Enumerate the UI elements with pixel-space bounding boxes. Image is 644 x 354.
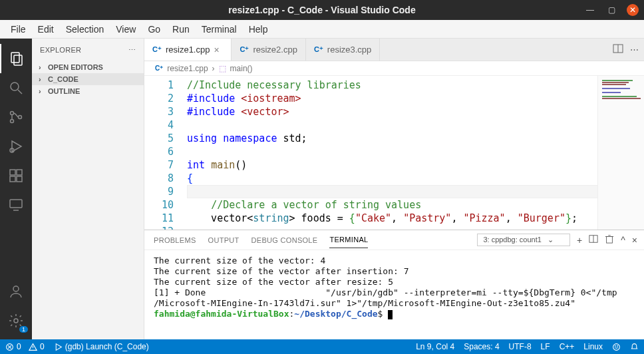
chevron-right-icon: › [212, 64, 215, 73]
source-control-icon[interactable] [0, 102, 32, 132]
bottom-panel: PROBLEMS OUTPUT DEBUG CONSOLE TERMINAL 3… [144, 230, 644, 339]
chevron-right-icon: › [39, 63, 45, 71]
method-icon: ⬚ [219, 64, 226, 73]
terminal-output[interactable]: The current size of the vector: 4The cur… [144, 250, 644, 339]
window-title: resize1.cpp - C_Code - Visual Studio Cod… [228, 5, 415, 15]
tab-resize2[interactable]: C⁺ resize2.cpp [232, 39, 305, 61]
status-encoding[interactable]: UTF-8 [509, 342, 532, 351]
window-controls: — ▢ ✕ [584, 4, 639, 16]
code-content[interactable]: //Include necessary libraries#include <i… [183, 76, 644, 230]
chevron-right-icon: › [39, 75, 45, 83]
sidebar-title: EXPLORER [40, 46, 81, 54]
account-icon[interactable] [0, 277, 32, 306]
notifications-icon[interactable] [630, 343, 639, 351]
panel-tab-debug-console[interactable]: DEBUG CONSOLE [251, 232, 318, 248]
status-lncol[interactable]: Ln 9, Col 4 [416, 342, 454, 351]
sidebar-header: EXPLORER ⋯ [32, 39, 144, 61]
panel-tab-terminal[interactable]: TERMINAL [329, 232, 368, 248]
explorer-icon[interactable] [0, 44, 32, 73]
menu-selection[interactable]: Selection [61, 21, 110, 37]
split-terminal-icon[interactable] [589, 234, 598, 246]
tab-resize1[interactable]: C⁺ resize1.cpp × [144, 39, 232, 61]
status-launch[interactable]: (gdb) Launch (C_Code) [54, 342, 149, 351]
svg-rect-11 [17, 170, 22, 175]
folder-section[interactable]: ›C_CODE [32, 73, 144, 85]
status-os[interactable]: Linux [583, 342, 603, 351]
status-spaces[interactable]: Spaces: 4 [464, 342, 499, 351]
menu-go[interactable]: Go [142, 21, 166, 37]
svg-point-29 [617, 345, 618, 346]
svg-point-15 [14, 319, 18, 323]
settings-gear-icon[interactable]: 1 [0, 306, 32, 335]
status-lang[interactable]: C++ [560, 342, 575, 351]
close-panel-icon[interactable]: × [632, 235, 637, 246]
svg-rect-9 [10, 176, 15, 182]
new-terminal-icon[interactable]: + [577, 235, 582, 246]
outline-section[interactable]: ›OUTLINE [32, 85, 144, 97]
split-editor-icon[interactable] [613, 43, 623, 56]
svg-rect-8 [10, 170, 15, 175]
sidebar-more-icon[interactable]: ⋯ [128, 46, 136, 55]
tab-bar: C⁺ resize1.cpp × C⁺ resize2.cpp C⁺ resiz… [144, 39, 644, 61]
cpp-file-icon: C⁺ [155, 65, 163, 72]
menu-view[interactable]: View [110, 21, 141, 37]
svg-point-2 [11, 83, 19, 90]
maximize-button[interactable]: ▢ [605, 4, 617, 16]
cpp-file-icon: C⁺ [152, 45, 162, 54]
explorer-sidebar: EXPLORER ⋯ ›OPEN EDITORS ›C_CODE ›OUTLIN… [32, 39, 144, 339]
svg-point-14 [13, 286, 19, 291]
search-icon[interactable] [0, 73, 32, 102]
line-gutter: 123456789101112 [144, 76, 183, 230]
svg-rect-20 [607, 237, 613, 244]
activity-bar: 1 [0, 39, 32, 339]
svg-rect-12 [10, 200, 22, 208]
terminal-selector[interactable]: 3: cppdbg: count1 ⌄ [477, 234, 570, 246]
chevron-right-icon: › [39, 87, 45, 95]
status-bar: 0 0 (gdb) Launch (C_Code) Ln 9, Col 4 Sp… [0, 339, 644, 354]
cpp-file-icon: C⁺ [240, 45, 249, 54]
tab-resize3[interactable]: C⁺ resize3.cpp [306, 39, 380, 61]
svg-point-28 [615, 345, 615, 346]
menu-edit[interactable]: Edit [33, 21, 59, 37]
main-area: 1 EXPLORER ⋯ ›OPEN EDITORS ›C_CODE ›OUTL… [0, 39, 644, 339]
close-button[interactable]: ✕ [627, 4, 639, 16]
extensions-icon[interactable] [0, 161, 32, 190]
maximize-panel-icon[interactable]: ^ [621, 235, 625, 246]
settings-badge: 1 [19, 326, 28, 333]
minimap[interactable] [597, 76, 644, 230]
menu-file[interactable]: File [5, 21, 31, 37]
svg-point-27 [613, 343, 620, 350]
window-titlebar: resize1.cpp - C_Code - Visual Studio Cod… [0, 0, 644, 20]
svg-rect-10 [17, 176, 22, 182]
svg-point-4 [11, 112, 14, 115]
status-eol[interactable]: LF [541, 342, 550, 351]
kill-terminal-icon[interactable] [605, 234, 614, 246]
panel-tab-problems[interactable]: PROBLEMS [154, 232, 196, 248]
panel-tab-output[interactable]: OUTPUT [208, 232, 240, 248]
svg-rect-1 [14, 55, 22, 65]
panel-tabs: PROBLEMS OUTPUT DEBUG CONSOLE TERMINAL 3… [144, 230, 644, 250]
remote-icon[interactable] [0, 190, 32, 220]
menu-bar: File Edit Selection View Go Run Terminal… [0, 20, 644, 39]
minimize-button[interactable]: — [584, 4, 596, 16]
menu-help[interactable]: Help [243, 21, 273, 37]
svg-point-6 [19, 116, 22, 119]
cpp-file-icon: C⁺ [314, 45, 323, 54]
tab-close-icon[interactable]: × [214, 45, 223, 55]
more-actions-icon[interactable]: ⋯ [630, 45, 639, 55]
svg-rect-0 [11, 53, 19, 63]
editor-area: C⁺ resize1.cpp × C⁺ resize2.cpp C⁺ resiz… [144, 39, 644, 339]
breadcrumb[interactable]: C⁺ resize1.cpp › ⬚ main() [144, 61, 644, 76]
menu-terminal[interactable]: Terminal [196, 21, 242, 37]
menu-run[interactable]: Run [167, 21, 195, 37]
run-debug-icon[interactable] [0, 132, 32, 161]
open-editors-section[interactable]: ›OPEN EDITORS [32, 61, 144, 73]
status-errors[interactable]: 0 0 [5, 342, 45, 351]
svg-point-5 [11, 120, 14, 123]
code-editor[interactable]: 123456789101112 //Include necessary libr… [144, 76, 644, 230]
feedback-icon[interactable] [612, 343, 621, 351]
svg-line-3 [18, 90, 22, 94]
